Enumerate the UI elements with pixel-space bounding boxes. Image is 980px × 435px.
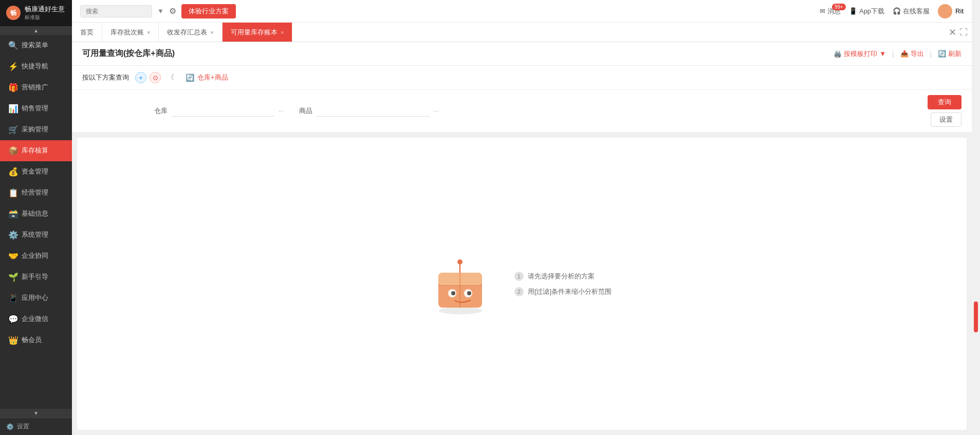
product-label: 商品 [299,106,312,116]
svg-point-8 [467,291,471,295]
product-input[interactable] [317,105,430,117]
sidebar-item-label: 快捷导航 [22,62,48,71]
warehouse-more-icon[interactable]: ··· [279,107,284,115]
sidebar-item-basic[interactable]: 🗃️ 基础信息 [0,203,72,224]
setting-btn[interactable]: 设置 [931,112,961,127]
hint-num-2: 2 [514,287,524,296]
tab-available-account-close[interactable]: × [281,29,284,35]
empty-svg [432,253,494,315]
sidebar-item-finance[interactable]: 💰 资金管理 [0,161,72,182]
printer-icon: 🖨️ [834,50,842,58]
page-content: 可用量查询(按仓库+商品) 🖨️ 按模板打印 ▼ | 📤 导出 | 🔄 刷新 [72,42,972,435]
export-btn[interactable]: 📤 导出 [900,49,924,59]
filter-label: 按以下方案查询 [82,73,129,82]
warehouse-input[interactable] [172,105,274,117]
wechat-icon: 💬 [8,314,17,324]
message-btn[interactable]: ✉ 消息 99+ [820,7,841,16]
hint-item-1: 1 请先选择要分析的方案 [514,272,612,281]
sidebar-item-label: 销售管理 [22,104,48,113]
svg-point-7 [451,291,455,295]
sidebar-scroll-up[interactable]: ▲ [0,26,72,35]
svg-point-10 [457,259,463,264]
user-menu[interactable]: Rit [938,4,964,18]
tab-collect-summary-label: 收发存汇总表 [167,28,207,37]
refresh-btn[interactable]: 🔄 刷新 [938,49,961,59]
main-area: ▼ ⚙ 体验行业方案 ✉ 消息 99+ 📱 App下载 🎧 在线客服 Rit [72,0,972,435]
tab-available-account[interactable]: 可用量库存账本 × [223,23,292,42]
app-name: 畅康通好生意 [25,5,65,14]
trial-btn[interactable]: 体验行业方案 [181,4,236,18]
app-label: App下载 [859,7,884,16]
sidebar-item-member[interactable]: 👑 畅会员 [0,330,72,351]
tab-collect-summary[interactable]: 收发存汇总表 × [159,23,222,42]
print-btn[interactable]: 🖨️ 按模板打印 ▼ [834,49,886,59]
gear-icon: ⚙️ [8,230,17,240]
print-dropdown-icon[interactable]: ▼ [879,50,886,58]
refresh-icon: 🔄 [938,50,946,58]
sidebar-item-marketing[interactable]: 🎁 营销推广 [0,77,72,98]
sidebar-bottom[interactable]: ⚙️ 设置 [0,418,72,435]
chart-icon: 📊 [8,104,17,114]
product-more-icon[interactable]: ··· [434,107,439,115]
tab-collect-summary-close[interactable]: × [210,29,213,35]
sidebar-item-label: 系统管理 [22,230,48,239]
scrollbar-thumb [974,301,978,332]
tabbar: 首页 库存批次账 × 收发存汇总表 × 可用量库存账本 × ✕ ⛶ [72,23,972,42]
add-filter-btn[interactable]: + [135,72,146,83]
sidebar-item-label: 搜索菜单 [22,41,48,50]
settings-icon[interactable]: ⚙ [169,6,176,16]
empty-illustration [432,253,494,315]
sidebar-item-purchase[interactable]: 🛒 采购管理 [0,119,72,140]
user-name: Rit [955,7,964,15]
sidebar-item-appcenter[interactable]: 📱 应用中心 [0,288,72,309]
sidebar-item-shortcut[interactable]: ⚡ 快捷导航 [0,56,72,77]
sidebar-logo: 畅 畅康通好生意 标准版 [0,0,72,26]
sidebar-item-search[interactable]: 🔍 搜索菜单 [0,35,72,56]
money-icon: 💰 [8,167,17,177]
box-icon: 📦 [8,146,17,156]
sidebar-item-newbie[interactable]: 🌱 新手引导 [0,267,72,288]
filter-scheme[interactable]: 🔄 仓库+商品 [180,71,233,84]
sidebar-item-sales[interactable]: 📊 销售管理 [0,98,72,119]
scheme-label: 仓库+商品 [197,73,228,82]
sidebar-item-enterprise[interactable]: 🤝 企业协同 [0,245,72,267]
gift-icon: 🎁 [8,83,17,92]
tab-batch-account-close[interactable]: × [147,29,150,35]
right-scrollbar[interactable] [972,0,980,435]
tabbar-close-icon[interactable]: ✕ [949,27,956,38]
sidebar-item-system[interactable]: ⚙️ 系统管理 [0,224,72,245]
sidebar-scroll-down[interactable]: ▼ [0,409,72,418]
sidebar-item-operation[interactable]: 📋 经营管理 [0,182,72,203]
empty-state: 1 请先选择要分析的方案 2 用[过滤]条件来缩小分析范围 [77,138,967,430]
settings-icon: ⚙️ [6,423,14,430]
message-icon: ✉ [820,7,825,15]
search-icon: 🔍 [8,41,17,50]
set-filter-btn[interactable]: ⊙ [150,72,161,83]
dropdown-icon[interactable]: ▼ [157,7,164,15]
scheme-icon: 🔄 [186,73,194,82]
app-download-btn[interactable]: 📱 App下载 [849,7,884,16]
sidebar-item-label: 企业协同 [22,251,48,260]
tab-home[interactable]: 首页 [76,23,102,42]
sidebar-item-label: 资金管理 [22,167,48,176]
export-icon: 📤 [900,50,909,58]
sidebar-item-wxbiz[interactable]: 💬 企业微信 [0,309,72,330]
tab-batch-account[interactable]: 库存批次账 × [102,23,159,42]
online-service-btn[interactable]: 🎧 在线客服 [893,7,930,16]
collapse-icon[interactable]: 《 [167,73,174,82]
sidebar-item-label: 应用中心 [22,293,48,302]
sidebar: 畅 畅康通好生意 标准版 ▲ 🔍 搜索菜单 ⚡ 快捷导航 🎁 营销推广 📊 销售… [0,0,72,435]
search-input[interactable] [80,5,152,17]
sidebar-item-label: 采购管理 [22,125,48,134]
sidebar-item-label: 经营管理 [22,188,48,197]
sidebar-item-inventory[interactable]: 📦 库存核算 [0,140,72,161]
tabbar-expand-icon[interactable]: ⛶ [959,28,968,37]
warehouse-label: 仓库 [154,106,168,116]
tab-batch-account-label: 库存批次账 [110,28,144,37]
sidebar-item-label: 企业微信 [22,314,48,324]
avatar [938,4,952,18]
page-title: 可用量查询(按仓库+商品) [82,48,175,59]
message-badge: 99+ [832,4,846,10]
query-btn[interactable]: 查询 [928,95,961,109]
sidebar-item-label: 畅会员 [22,335,42,345]
